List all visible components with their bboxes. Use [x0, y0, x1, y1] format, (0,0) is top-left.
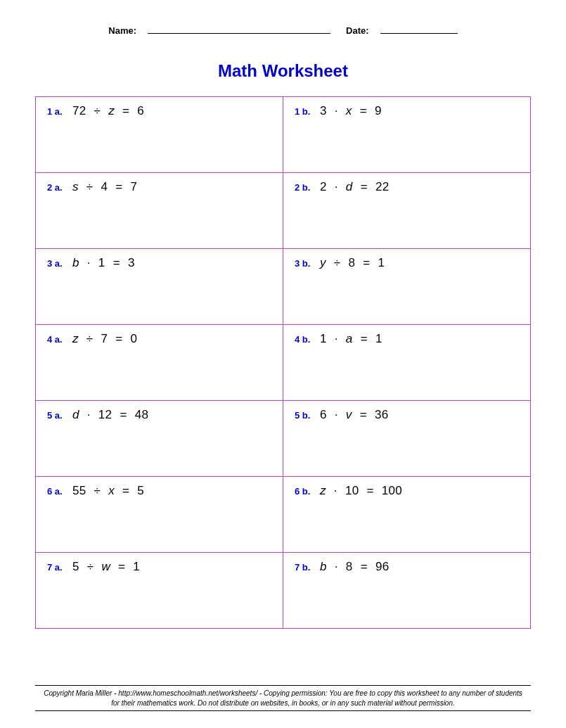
problem-equation: 5 ÷ w = 1	[72, 560, 140, 573]
problem-cell: 2 b.2 · d = 22	[283, 173, 531, 249]
problem-equation: 3 · x = 9	[320, 104, 382, 117]
problem-equation: d · 12 = 48	[72, 408, 148, 421]
problem-equation: b · 1 = 3	[72, 256, 135, 269]
problem-equation: 2 · d = 22	[320, 180, 389, 193]
problem-label: 4 a.	[47, 334, 68, 345]
worksheet-grid: 1 a.72 ÷ z = 61 b.3 · x = 92 a.s ÷ 4 = 7…	[35, 96, 531, 629]
problem-cell: 5 a.d · 12 = 48	[36, 401, 283, 477]
problem-equation: 6 · v = 36	[320, 408, 388, 421]
problem-equation: y ÷ 8 = 1	[320, 256, 385, 269]
problem-cell: 1 b.3 · x = 9	[283, 97, 531, 173]
problem-cell: 6 a.55 ÷ x = 5	[36, 477, 283, 553]
problem-label: 6 b.	[295, 486, 316, 497]
problem-label: 2 b.	[295, 182, 316, 193]
problem-equation: 1 · a = 1	[320, 332, 382, 345]
problem-cell: 7 b.b · 8 = 96	[283, 553, 531, 629]
problem-cell: 4 a.z ÷ 7 = 0	[36, 325, 283, 401]
problem-label: 7 a.	[47, 562, 68, 573]
problem-cell: 3 a.b · 1 = 3	[36, 249, 283, 325]
problem-cell: 4 b.1 · a = 1	[283, 325, 531, 401]
name-field-line	[148, 24, 330, 34]
problem-cell: 7 a.5 ÷ w = 1	[36, 553, 283, 629]
date-label: Date:	[346, 25, 369, 36]
problem-label: 2 a.	[47, 182, 68, 193]
problem-equation: 72 ÷ z = 6	[72, 104, 144, 117]
problem-label: 6 a.	[47, 486, 68, 497]
name-label: Name:	[108, 25, 136, 36]
copyright-footer: Copyright Maria Miller - http://www.home…	[35, 685, 531, 711]
problem-label: 7 b.	[295, 562, 316, 573]
header-line: Name: Date:	[35, 24, 531, 36]
problem-equation: b · 8 = 96	[320, 560, 389, 573]
problem-label: 5 b.	[295, 410, 316, 421]
problem-cell: 6 b.z · 10 = 100	[283, 477, 531, 553]
problem-equation: 55 ÷ x = 5	[72, 484, 144, 497]
problem-cell: 5 b.6 · v = 36	[283, 401, 531, 477]
problem-cell: 3 b.y ÷ 8 = 1	[283, 249, 531, 325]
date-field-line	[380, 24, 458, 34]
problem-cell: 1 a.72 ÷ z = 6	[36, 97, 283, 173]
problem-cell: 2 a.s ÷ 4 = 7	[36, 173, 283, 249]
problem-label: 5 a.	[47, 410, 68, 421]
problem-label: 1 a.	[47, 106, 68, 117]
page-title: Math Worksheet	[35, 61, 531, 81]
problem-label: 4 b.	[295, 334, 316, 345]
problem-equation: z · 10 = 100	[320, 484, 402, 497]
problem-equation: s ÷ 4 = 7	[72, 180, 137, 193]
problem-label: 3 a.	[47, 258, 68, 269]
problem-label: 3 b.	[295, 258, 316, 269]
problem-equation: z ÷ 7 = 0	[72, 332, 137, 345]
problem-label: 1 b.	[295, 106, 316, 117]
